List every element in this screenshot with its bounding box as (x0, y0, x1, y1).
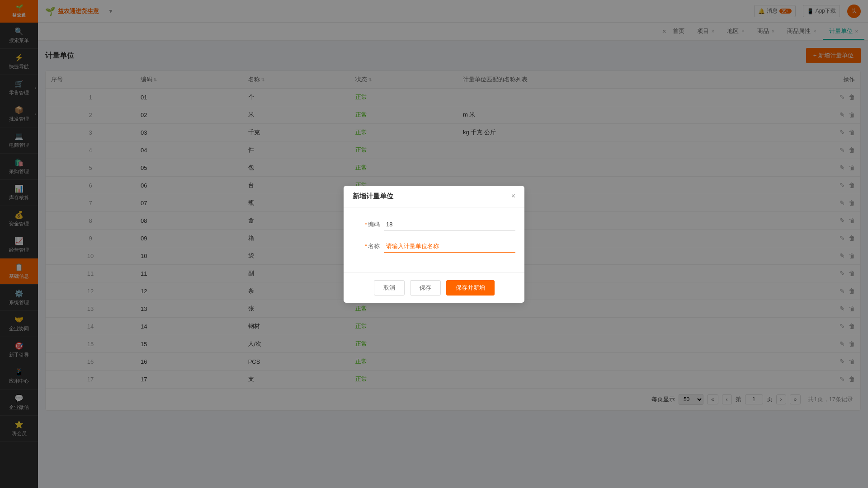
save-and-add-button[interactable]: 保存并新增 (446, 280, 495, 296)
code-label: *编码 (353, 221, 380, 229)
modal-body: *编码 *名称 (344, 207, 524, 272)
modal-close-button[interactable]: × (511, 192, 515, 200)
modal-overlay[interactable]: 新增计量单位 × *编码 *名称 取消 保存 保存并新增 (0, 0, 868, 488)
name-form-group: *名称 (353, 240, 515, 253)
cancel-button[interactable]: 取消 (374, 280, 405, 296)
code-input[interactable] (384, 218, 515, 231)
modal-title: 新增计量单位 (353, 192, 393, 201)
code-form-group: *编码 (353, 218, 515, 231)
name-label: *名称 (353, 242, 380, 250)
add-unit-modal: 新增计量单位 × *编码 *名称 取消 保存 保存并新增 (344, 186, 524, 303)
code-required-star: * (365, 221, 367, 228)
modal-header: 新增计量单位 × (344, 186, 524, 207)
modal-footer: 取消 保存 保存并新增 (344, 272, 524, 303)
name-required-star: * (365, 243, 367, 249)
name-input[interactable] (384, 240, 515, 253)
save-button[interactable]: 保存 (410, 280, 441, 296)
